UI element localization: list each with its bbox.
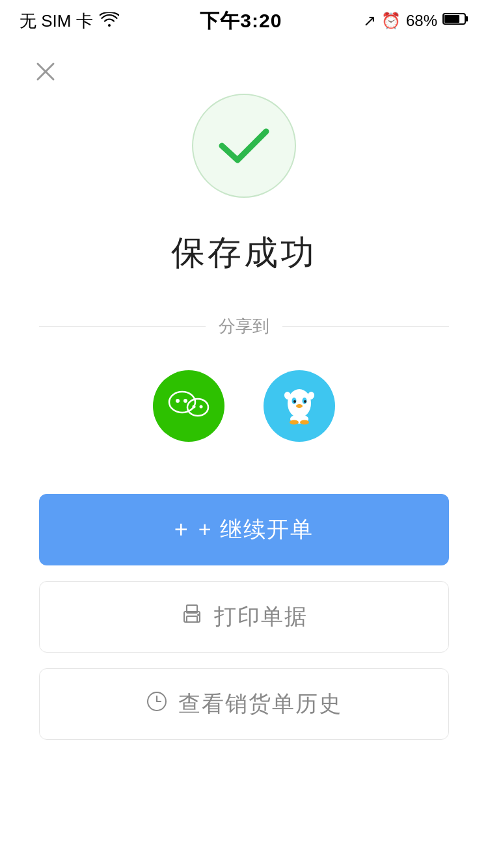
svg-point-17 <box>296 404 303 408</box>
svg-point-16 <box>304 400 306 403</box>
share-icons-row <box>153 370 335 442</box>
status-bar: 无 SIM 卡 下午3:20 ↗ ⏰ 68% <box>0 0 488 42</box>
wechat-icon <box>168 388 210 424</box>
wifi-icon <box>100 11 119 31</box>
action-buttons: + + 继续开单 打印单据 查看销货单历 <box>39 494 449 740</box>
status-left: 无 SIM 卡 <box>20 10 119 33</box>
svg-point-20 <box>290 420 299 425</box>
svg-rect-1 <box>465 16 468 21</box>
svg-point-11 <box>288 389 311 418</box>
svg-point-5 <box>169 392 195 413</box>
svg-point-10 <box>200 405 203 409</box>
success-title: 保存成功 <box>171 230 317 276</box>
svg-point-8 <box>183 399 187 403</box>
alarm-icon: ⏰ <box>381 12 401 30</box>
continue-icon: + <box>174 516 188 543</box>
history-icon <box>146 690 168 718</box>
main-content: 保存成功 分享到 <box>0 42 488 779</box>
share-label: 分享到 <box>219 315 269 338</box>
svg-point-25 <box>197 614 200 616</box>
printer-icon <box>180 603 204 631</box>
checkmark-icon <box>218 126 270 165</box>
svg-point-7 <box>176 399 180 403</box>
svg-point-21 <box>300 420 309 425</box>
continue-label: + 继续开单 <box>198 515 314 545</box>
history-button[interactable]: 查看销货单历史 <box>39 668 449 740</box>
svg-rect-2 <box>444 15 459 23</box>
wechat-share-button[interactable] <box>153 370 224 442</box>
close-button[interactable] <box>26 52 65 91</box>
location-icon: ↗ <box>363 12 376 30</box>
continue-button[interactable]: + + 继续开单 <box>39 494 449 565</box>
battery-icon <box>442 12 468 30</box>
close-icon <box>34 60 57 83</box>
status-time: 下午3:20 <box>200 8 282 34</box>
svg-point-9 <box>193 405 196 409</box>
success-icon-circle <box>192 94 296 198</box>
divider-right <box>282 326 449 327</box>
no-sim-text: 无 SIM 卡 <box>20 10 93 33</box>
svg-rect-24 <box>187 616 197 622</box>
svg-point-6 <box>187 399 208 416</box>
divider-left <box>39 326 206 327</box>
print-button[interactable]: 打印单据 <box>39 581 449 653</box>
share-divider: 分享到 <box>39 315 449 338</box>
svg-point-15 <box>293 400 296 403</box>
qq-share-button[interactable] <box>264 370 335 442</box>
print-label: 打印单据 <box>214 602 308 632</box>
history-label: 查看销货单历史 <box>178 689 342 719</box>
battery-text: 68% <box>406 12 437 30</box>
status-right: ↗ ⏰ 68% <box>363 12 468 30</box>
qq-icon <box>280 385 319 427</box>
